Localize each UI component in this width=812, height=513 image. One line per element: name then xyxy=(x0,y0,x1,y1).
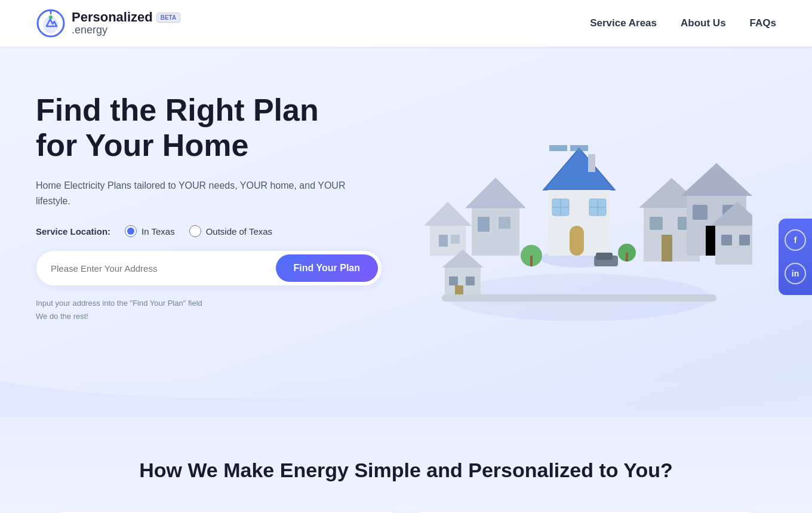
wave-svg xyxy=(0,381,812,417)
beta-badge: BETA xyxy=(156,13,180,23)
logo-text: Personalized BETA .energy xyxy=(72,10,180,36)
svg-marker-4 xyxy=(424,202,472,226)
how-section-title: How We Make Energy Simple and Personaliz… xyxy=(36,459,776,482)
svg-marker-36 xyxy=(681,163,752,196)
svg-rect-30 xyxy=(596,253,613,260)
how-section: How We Make Energy Simple and Personaliz… xyxy=(0,417,812,513)
wave-area xyxy=(0,381,812,417)
svg-rect-7 xyxy=(451,235,460,244)
radio-in-texas-input[interactable] xyxy=(125,225,137,237)
main-nav: Service Areas About Us FAQs xyxy=(590,17,776,29)
svg-marker-8 xyxy=(466,178,525,208)
hero-subtitle: Home Electricity Plans tailored to YOUR … xyxy=(36,178,382,208)
svg-rect-50 xyxy=(442,294,716,302)
hero-illustration xyxy=(406,82,752,333)
service-location-row: Service Location: In Texas Outside of Te… xyxy=(36,225,382,237)
svg-rect-38 xyxy=(693,205,708,220)
radio-in-texas-label: In Texas xyxy=(142,226,175,236)
svg-rect-51 xyxy=(549,145,567,151)
svg-rect-33 xyxy=(650,217,663,230)
svg-rect-16 xyxy=(588,154,595,172)
svg-rect-48 xyxy=(466,277,475,285)
svg-rect-18 xyxy=(570,226,584,256)
nav-about-us[interactable]: About Us xyxy=(681,17,726,29)
logo-sub: .energy xyxy=(72,24,180,36)
svg-rect-10 xyxy=(478,217,490,232)
hero-title: Find the Right Plan for Your Home xyxy=(36,93,382,164)
svg-rect-26 xyxy=(530,256,533,266)
svg-rect-28 xyxy=(626,253,628,262)
hero-image-area xyxy=(382,82,776,333)
radio-outside-texas-input[interactable] xyxy=(189,225,201,237)
svg-rect-6 xyxy=(439,235,448,247)
address-input[interactable] xyxy=(51,263,270,274)
svg-rect-47 xyxy=(449,277,458,285)
helper-line1: Input your address into the "Find Your P… xyxy=(36,297,382,310)
radio-outside-texas[interactable]: Outside of Texas xyxy=(189,225,272,237)
logo-area: Personalized BETA .energy xyxy=(36,8,180,38)
svg-rect-44 xyxy=(739,235,750,245)
svg-rect-52 xyxy=(570,145,588,151)
helper-line2: We do the rest! xyxy=(36,310,382,323)
logo-icon xyxy=(36,8,66,38)
hero-title-line1: Find the Right Plan xyxy=(36,93,319,127)
logo-name: Personalized xyxy=(72,10,153,24)
header: Personalized BETA .energy Service Areas … xyxy=(0,0,812,47)
service-location-label: Service Location: xyxy=(36,226,110,236)
radio-outside-texas-label: Outside of Texas xyxy=(206,226,272,236)
search-bar: Find Your Plan xyxy=(36,250,382,286)
nav-service-areas[interactable]: Service Areas xyxy=(590,17,657,29)
svg-marker-14 xyxy=(543,148,615,190)
svg-rect-35 xyxy=(662,235,672,262)
svg-point-1 xyxy=(49,16,53,19)
linkedin-button[interactable]: in xyxy=(785,263,806,284)
hero-content: Find the Right Plan for Your Home Home E… xyxy=(36,93,382,324)
facebook-button[interactable]: f xyxy=(785,229,806,251)
radio-in-texas[interactable]: In Texas xyxy=(125,225,175,237)
social-sidebar: f in xyxy=(779,219,812,295)
svg-rect-43 xyxy=(721,235,732,245)
hero-title-line2: for Your Home xyxy=(36,128,248,162)
find-plan-button[interactable]: Find Your Plan xyxy=(276,254,378,282)
hero-section: Find the Right Plan for Your Home Home E… xyxy=(0,47,812,381)
nav-faqs[interactable]: FAQs xyxy=(750,17,776,29)
helper-text: Input your address into the "Find Your P… xyxy=(36,297,382,323)
svg-rect-11 xyxy=(499,217,510,229)
